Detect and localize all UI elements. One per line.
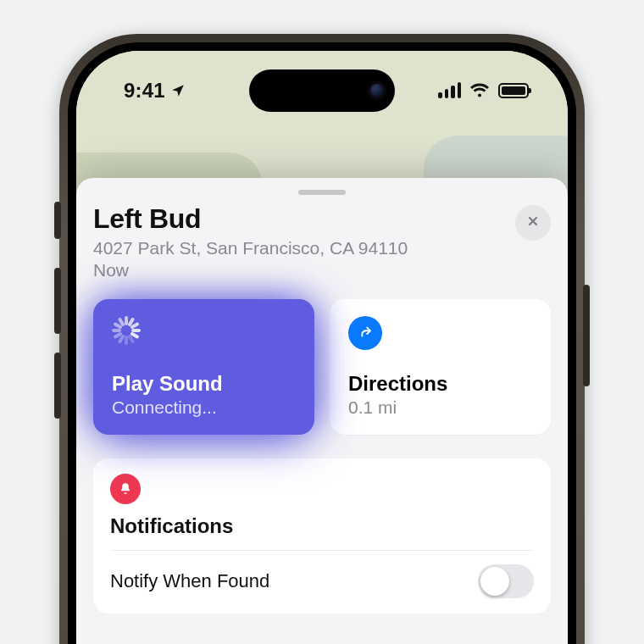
title-block: Left Bud 4027 Park St, San Francisco, CA…	[93, 203, 408, 280]
volume-up-button[interactable]	[54, 268, 61, 334]
directions-card[interactable]: Directions 0.1 mi	[330, 299, 551, 435]
play-sound-title: Play Sound	[112, 372, 296, 396]
sheet-header: Left Bud 4027 Park St, San Francisco, CA…	[93, 203, 551, 280]
battery-icon	[498, 83, 529, 98]
wifi-icon	[469, 83, 490, 98]
notifications-section: Notifications Notify When Found	[93, 458, 551, 613]
bell-icon	[110, 474, 141, 504]
play-sound-progress	[112, 316, 296, 350]
phone-bezel-inner: 9:41	[73, 47, 571, 644]
volume-down-button[interactable]	[54, 353, 61, 419]
status-bar: 9:41	[76, 71, 568, 110]
side-button[interactable]	[583, 285, 590, 386]
device-title: Left Bud	[93, 203, 408, 235]
directions-icon	[348, 316, 382, 350]
notifications-title: Notifications	[110, 514, 534, 538]
phone-bezel-outer: 9:41	[68, 42, 576, 644]
status-time: 9:41	[124, 79, 165, 103]
play-sound-status: Connecting...	[112, 397, 296, 418]
toggle-knob	[480, 567, 509, 596]
device-detail-sheet[interactable]: Left Bud 4027 Park St, San Francisco, CA…	[76, 178, 568, 644]
sheet-grabber[interactable]	[298, 190, 346, 195]
location-services-icon	[170, 83, 186, 98]
directions-distance: 0.1 mi	[348, 397, 532, 418]
notify-when-found-toggle[interactable]	[478, 564, 534, 598]
notify-when-found-row: Notify When Found	[110, 550, 534, 613]
device-address: 4027 Park St, San Francisco, CA 94110	[93, 236, 408, 260]
close-icon	[526, 214, 540, 231]
stage: 9:41	[0, 0, 644, 644]
status-left: 9:41	[124, 79, 186, 103]
phone-frame: 9:41	[59, 34, 585, 644]
directions-title: Directions	[348, 372, 532, 396]
notify-when-found-label: Notify When Found	[110, 570, 269, 592]
status-right	[438, 83, 529, 98]
action-cards: Play Sound Connecting... Directions	[93, 299, 551, 435]
mute-switch[interactable]	[54, 202, 61, 239]
spinner-icon	[112, 316, 141, 345]
close-button[interactable]	[515, 205, 551, 241]
device-timestamp: Now	[93, 260, 408, 280]
cellular-signal-icon	[438, 83, 461, 98]
screen: 9:41	[76, 51, 568, 644]
play-sound-card[interactable]: Play Sound Connecting...	[93, 299, 314, 435]
